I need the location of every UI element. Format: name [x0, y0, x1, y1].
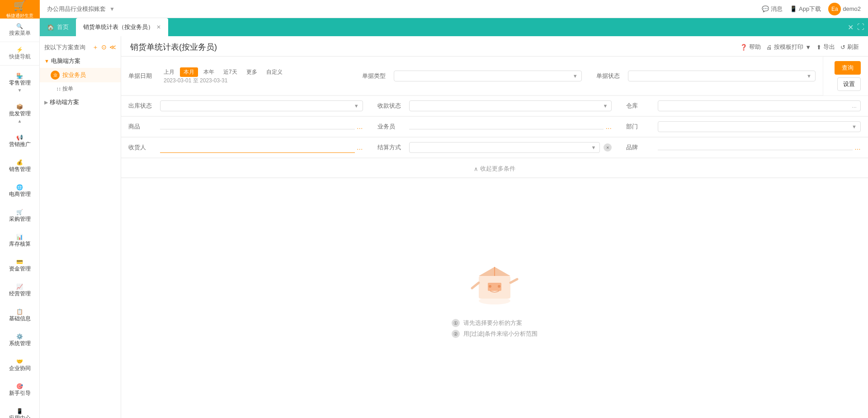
sidebar-item-sales[interactable]: 💰 销售管理	[0, 154, 40, 179]
consignee-ellipsis[interactable]: …	[357, 144, 363, 151]
add-scheme-button[interactable]: ＋	[92, 43, 99, 52]
settings-button[interactable]: 设置	[837, 77, 861, 91]
search-menu-item[interactable]: 🔍 搜索菜单	[0, 19, 40, 42]
date-more[interactable]: 更多	[243, 67, 261, 77]
product-select[interactable]	[160, 124, 355, 129]
warehouse-select[interactable]: …	[658, 100, 861, 111]
sidebar-item-system[interactable]: ⚙️ 系统管理	[0, 328, 40, 353]
sidebar-item-newuser[interactable]: 🎯 新手引导	[0, 378, 40, 403]
brand-ellipsis[interactable]: …	[854, 144, 861, 151]
tab-close-button[interactable]: ✕	[156, 24, 161, 30]
sidebar-item-wholesale[interactable]: 📦 批发管理 ▲	[0, 98, 40, 129]
salesperson-select[interactable]	[409, 124, 604, 129]
date-label: 单据日期	[128, 72, 160, 80]
left-panel-icons: ＋ ⊙ ≪	[92, 43, 116, 52]
sidebar-item-retail[interactable]: 🏪 零售管理 ▼	[0, 67, 40, 98]
sidebar: 🛒 畅捷通好生意 🔍 搜索菜单 ⚡ 快捷导航 🏪 零售管理 ▼ 📦 批发管理 ▲…	[0, 0, 40, 418]
bill-status-label: 单据状态	[596, 72, 628, 80]
sidebar-item-enterprise[interactable]: 🤝 企业协同	[0, 353, 40, 378]
sidebar-item-basic[interactable]: 📋 基础信息	[0, 303, 40, 328]
svg-point-5	[489, 285, 491, 288]
brand-select[interactable]	[658, 145, 853, 150]
scheme-settings-button[interactable]: ⊙	[101, 43, 107, 52]
salesperson-cell: 业务员 …	[370, 117, 619, 137]
tab-bar: 🏠 首页 销货单统计表（按业务员） ✕ ✕ ⛶	[40, 18, 868, 36]
finance-icon: 💳	[16, 259, 23, 265]
warehouse-cell: 仓库 …	[619, 96, 868, 116]
scheme-by-order-label: 按单	[62, 85, 73, 93]
date-custom[interactable]: 自定义	[263, 67, 286, 77]
refresh-button[interactable]: ↺ 刷新	[840, 43, 859, 51]
left-panel-title: 按以下方案查询	[44, 43, 85, 52]
department-select[interactable]: ▼	[658, 121, 861, 132]
refresh-icon: ↺	[840, 44, 845, 51]
message-button[interactable]: 💬 消息	[762, 5, 783, 13]
app-download-button[interactable]: 📱 App下载	[790, 5, 821, 13]
bill-status-select[interactable]: ▼	[628, 71, 816, 81]
left-panel: 按以下方案查询 ＋ ⊙ ≪ ▼ 电脑端方案 业 按业务员 ∷ 按单	[40, 36, 121, 418]
page-header: 销货单统计表(按业务员) ❓ 帮助 🖨 按模板打印 ▼ ⬆ 导出	[121, 36, 868, 57]
scheme-by-salesperson[interactable]: 业 按业务员	[40, 68, 121, 82]
sidebar-item-finance[interactable]: 💳 资金管理	[0, 253, 40, 278]
receipt-select[interactable]: ▼	[409, 100, 612, 111]
payment-select[interactable]: ▼	[409, 142, 600, 153]
date-last-7-days[interactable]: 近7天	[220, 67, 241, 77]
date-this-month[interactable]: 本月	[180, 67, 198, 77]
breadcrumb-arrow[interactable]: ▼	[109, 6, 115, 12]
system-icon: ⚙️	[16, 333, 23, 340]
newuser-label: 新手引导	[9, 390, 31, 397]
template-print-button[interactable]: 🖨 按模板打印 ▼	[766, 43, 811, 51]
sidebar-item-ecom[interactable]: 🌐 电商管理	[0, 179, 40, 204]
quick-nav-item[interactable]: ⚡ 快捷导航	[0, 42, 40, 66]
desktop-section-label: 电脑端方案	[51, 57, 80, 65]
app-download-icon: 📱	[790, 5, 797, 12]
breadcrumb-text: 办公用品行业模拟账套	[47, 5, 106, 13]
scheme-by-salesperson-label: 按业务员	[62, 71, 86, 79]
wholesale-arrow: ▲	[18, 119, 22, 124]
user-menu[interactable]: Ea demo2	[828, 3, 861, 15]
tab-home[interactable]: 🏠 首页	[40, 18, 76, 36]
date-value: 上月 本月 本年 近7天 更多 自定义 2023-03-01 至 2023-03…	[160, 67, 348, 85]
desktop-section-header[interactable]: ▼ 电脑端方案	[40, 54, 121, 68]
help-button[interactable]: ❓ 帮助	[740, 43, 761, 51]
bill-type-select[interactable]: ▼	[394, 71, 581, 81]
sidebar-item-marketing[interactable]: 📢 营销推广	[0, 129, 40, 154]
mobile-section-label: 移动端方案	[50, 98, 79, 106]
mobile-section[interactable]: ▶ 移动端方案	[40, 95, 121, 109]
outbound-arrow: ▼	[354, 103, 359, 109]
svg-line-7	[472, 283, 479, 288]
window-maximize-btn[interactable]: ⛶	[857, 23, 864, 31]
wholesale-icon: 📦	[16, 104, 23, 110]
export-button[interactable]: ⬆ 导出	[816, 43, 835, 51]
date-this-year[interactable]: 本年	[200, 67, 218, 77]
salesperson-ellipsis[interactable]: …	[605, 123, 612, 130]
consignee-input[interactable]	[160, 142, 355, 153]
scheme-by-order[interactable]: ∷ 按单	[40, 82, 121, 95]
system-label: 系统管理	[9, 340, 31, 347]
collapse-button[interactable]: ∧ 收起更多条件	[474, 163, 515, 175]
date-last-month[interactable]: 上月	[160, 67, 178, 77]
content-area: 按以下方案查询 ＋ ⊙ ≪ ▼ 电脑端方案 业 按业务员 ∷ 按单	[40, 36, 868, 418]
bill-type-cell: 单据类型 ▼	[355, 57, 589, 95]
message-label: 消息	[771, 5, 783, 13]
basic-icon: 📋	[16, 309, 23, 315]
sidebar-item-inventory[interactable]: 📊 库存核算	[0, 228, 40, 253]
payment-clear-button[interactable]: ×	[604, 143, 612, 152]
bill-type-arrow: ▼	[573, 73, 578, 79]
window-close-btn[interactable]: ✕	[848, 23, 854, 32]
newuser-icon: 🎯	[16, 383, 23, 390]
product-ellipsis[interactable]: …	[357, 123, 363, 130]
scheme-collapse-button[interactable]: ≪	[109, 43, 116, 52]
sidebar-item-appcenter[interactable]: 📱 应用中心	[0, 403, 40, 418]
sidebar-item-operation[interactable]: 📈 经营管理	[0, 278, 40, 303]
outbound-select[interactable]: ▼	[160, 100, 363, 111]
export-icon: ⬆	[816, 44, 821, 51]
date-filter-cell: 单据日期 上月 本月 本年 近7天 更多 自定义 20	[121, 57, 355, 95]
tab-report[interactable]: 销货单统计表（按业务员） ✕	[76, 18, 168, 36]
sidebar-item-purchase[interactable]: 🛒 采购管理	[0, 204, 40, 228]
wholesale-label: 批发管理	[9, 110, 31, 118]
app-logo[interactable]: 🛒 畅捷通好生意	[0, 0, 40, 19]
query-button[interactable]: 查询	[835, 61, 861, 75]
desktop-section: ▼ 电脑端方案 业 按业务员 ∷ 按单	[40, 54, 121, 95]
payment-label: 结算方式	[377, 143, 409, 152]
